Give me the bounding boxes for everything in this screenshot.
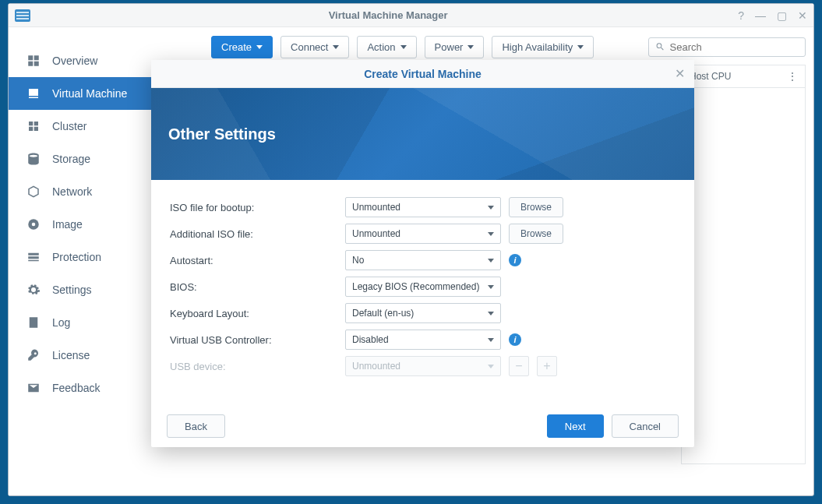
storage-icon [26,152,41,166]
chevron-down-icon [256,45,263,49]
cancel-button[interactable]: Cancel [612,414,679,438]
chevron-down-icon [577,45,584,49]
browse-iso-bootup-button[interactable]: Browse [509,197,563,217]
chevron-down-icon [488,285,494,289]
window-controls: ? — ▢ ✕ [738,9,807,22]
select-usb-controller[interactable]: Disabled [345,330,501,350]
field-bios: BIOS: Legacy BIOS (Recommended) [170,277,676,297]
label-iso-additional: Additional ISO file: [170,228,345,240]
app-icon [15,9,30,22]
network-icon [26,185,41,199]
sidebar-item-label: License [52,349,90,361]
maximize-icon[interactable]: ▢ [777,9,787,22]
sidebar-item-label: Feedback [52,382,100,394]
col-host-cpu[interactable]: Host CPU [690,71,731,82]
help-icon[interactable]: ? [738,9,744,22]
select-autostart[interactable]: No [345,250,501,270]
field-iso-additional: Additional ISO file: Unmounted Browse [170,224,676,244]
modal-heading: Other Settings [168,125,276,143]
table-menu-icon[interactable]: ⋮ [788,71,797,82]
power-button[interactable]: Power [425,36,485,58]
overview-icon [26,54,41,68]
modal-footer: Back Next Cancel [151,405,694,447]
field-iso-bootup: ISO file for bootup: Unmounted Browse [170,197,676,217]
titlebar: Virtual Machine Manager ? — ▢ ✕ [9,4,813,27]
field-usb-device: USB device: Unmounted − + [170,356,676,376]
add-usb-device-button: + [537,356,557,376]
chevron-down-icon [400,45,407,49]
select-usb-device: Unmounted [345,356,501,376]
sidebar-item-label: Overview [52,55,97,67]
toolbar: Create Connect Action Power High Availab… [211,33,806,60]
cluster-icon [26,119,41,133]
sidebar-item-label: Storage [52,153,90,165]
app-window: Virtual Machine Manager ? — ▢ ✕ Create C… [8,3,814,496]
info-icon-usb-controller[interactable]: i [509,333,521,346]
select-keyboard[interactable]: Default (en-us) [345,303,501,323]
label-autostart: Autostart: [170,255,345,266]
label-keyboard: Keyboard Layout: [170,308,345,319]
next-button[interactable]: Next [547,414,604,438]
action-button[interactable]: Action [357,36,416,58]
create-button[interactable]: Create [211,36,273,58]
close-icon[interactable]: ✕ [798,9,807,22]
vm-icon [26,86,41,100]
sidebar-item-label: Network [52,185,92,198]
sidebar-item-label: Cluster [52,120,86,132]
log-icon [26,315,41,330]
chevron-down-icon [488,206,494,210]
select-bios[interactable]: Legacy BIOS (Recommended) [345,277,501,297]
search-box[interactable] [648,37,806,57]
modal-banner: Other Settings [151,88,694,180]
create-vm-modal: Create Virtual Machine ✕ Other Settings … [151,60,694,447]
chevron-down-icon [488,312,494,315]
label-usb-device: USB device: [170,361,345,372]
ha-button[interactable]: High Availability [492,36,594,58]
app-title: Virtual Machine Manager [38,9,738,21]
sidebar-item-label: Virtual Machine [52,87,127,100]
back-button[interactable]: Back [167,414,225,438]
protection-icon [26,250,41,264]
label-usb-controller: Virtual USB Controller: [170,334,345,346]
search-icon [655,41,665,52]
chevron-down-icon [488,259,494,263]
minimize-icon[interactable]: — [755,9,766,22]
browse-iso-additional-button[interactable]: Browse [509,224,563,244]
table-body [681,88,806,464]
sidebar-item-label: Settings [52,284,92,296]
label-bios: BIOS: [170,281,345,293]
select-iso-additional[interactable]: Unmounted [345,224,501,244]
sidebar-item-label: Log [52,316,70,329]
connect-button[interactable]: Connect [280,36,349,58]
modal-body: ISO file for bootup: Unmounted Browse Ad… [151,180,694,376]
feedback-icon [26,381,41,395]
chevron-down-icon [333,45,339,49]
field-usb-controller: Virtual USB Controller: Disabled i [170,330,676,350]
chevron-down-icon [488,365,494,368]
field-autostart: Autostart: No i [170,250,676,270]
image-icon [26,217,41,231]
chevron-down-icon [488,338,494,342]
search-input[interactable] [670,41,799,53]
table-header: Host CPU ⋮ [681,65,806,88]
sidebar-item-label: Image [52,218,83,231]
modal-close-icon[interactable]: ✕ [675,66,685,81]
chevron-down-icon [467,45,474,49]
modal-title: Create Virtual Machine [364,68,482,80]
modal-titlebar: Create Virtual Machine ✕ [151,60,694,88]
info-icon-autostart[interactable]: i [509,254,521,266]
select-iso-bootup[interactable]: Unmounted [345,197,501,217]
remove-usb-device-button: − [509,356,529,376]
label-iso-bootup: ISO file for bootup: [170,202,345,213]
field-keyboard: Keyboard Layout: Default (en-us) [170,303,676,323]
gear-icon [26,283,41,297]
license-icon [26,348,41,362]
svg-point-1 [32,223,36,227]
chevron-down-icon [488,232,494,236]
sidebar-item-label: Protection [52,251,101,263]
